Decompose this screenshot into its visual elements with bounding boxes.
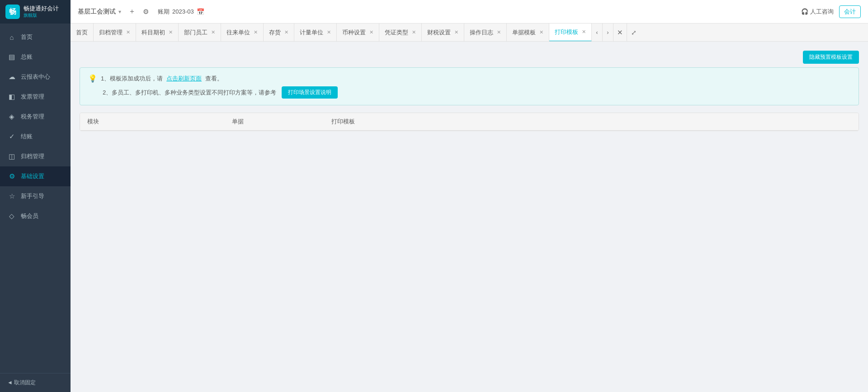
tab-subject-close[interactable]: ✕ (169, 29, 173, 35)
tab-subject[interactable]: 科目期初 ✕ (136, 24, 179, 42)
sidebar: 畅 畅捷通好会计 旗舰版 ⌂ 首页 ▤ 总账 ☁ 云报表中心 ◧ 发票管理 ◈ … (0, 0, 71, 392)
tab-oplog-close[interactable]: ✕ (497, 29, 501, 35)
tab-voucher-label: 凭证类型 (385, 28, 408, 37)
invoice-icon: ◧ (7, 92, 16, 101)
sidebar-label-home: 首页 (21, 33, 33, 41)
tab-voucher-close[interactable]: ✕ (412, 29, 416, 35)
sidebar-item-report[interactable]: ☁ 云报表中心 (0, 67, 71, 87)
tab-currency[interactable]: 币种设置 ✕ (337, 24, 379, 42)
tab-prev-button[interactable]: ‹ (592, 24, 603, 42)
tab-archive-close[interactable]: ✕ (126, 29, 130, 35)
tab-supplier[interactable]: 往来单位 ✕ (221, 24, 264, 42)
tab-inventory-close[interactable]: ✕ (284, 29, 288, 35)
topbar-right: 🎧 人工咨询 会计 (801, 5, 861, 18)
sidebar-item-home[interactable]: ⌂ 首页 (0, 27, 71, 47)
tab-supplier-label: 往来单位 (226, 28, 250, 37)
tab-unit[interactable]: 计量单位 ✕ (294, 24, 337, 42)
cancel-fixed-label: ◄ 取消固定 (7, 379, 36, 387)
tab-printtemplate-close[interactable]: ✕ (582, 29, 586, 35)
tab-printtemplate-label: 打印模板 (555, 28, 578, 36)
service-label: 人工咨询 (810, 8, 834, 16)
tab-currency-label: 币种设置 (342, 28, 366, 37)
tab-unit-close[interactable]: ✕ (327, 29, 331, 35)
service-button[interactable]: 🎧 人工咨询 (801, 8, 834, 16)
period-label: 账期 (158, 8, 170, 16)
tab-singledoc-close[interactable]: ✕ (539, 29, 543, 35)
kuaiji-label: 会计 (844, 8, 856, 15)
topbar: 基层工会测试 ▾ ＋ ⚙ 账期 2023-03 📅 🎧 人工咨询 会计 (71, 0, 868, 24)
tab-home[interactable]: 首页 (71, 24, 94, 42)
guide-icon: ☆ (7, 192, 16, 201)
settings-gear-icon[interactable]: ⚙ (141, 6, 151, 18)
tab-subject-label: 科目期初 (142, 28, 165, 37)
sidebar-label-report: 云报表中心 (21, 73, 50, 81)
headphone-icon: 🎧 (801, 8, 808, 15)
tab-dept[interactable]: 部门员工 ✕ (179, 24, 221, 42)
ledger-icon: ▤ (7, 52, 16, 61)
sidebar-label-member: 畅会员 (21, 212, 38, 220)
company-selector[interactable]: 基层工会测试 ▾ (78, 8, 121, 16)
sidebar-label-invoice: 发票管理 (21, 93, 44, 101)
tab-archive[interactable]: 归档管理 ✕ (94, 24, 136, 42)
tab-oplog[interactable]: 操作日志 ✕ (464, 24, 507, 42)
period-display: 账期 2023-03 📅 (158, 8, 204, 16)
tab-singledoc[interactable]: 单据模板 ✕ (507, 24, 549, 42)
sidebar-label-checkout: 结账 (21, 132, 33, 141)
logo-title: 畅捷通好会计 (24, 5, 59, 13)
tab-unit-label: 计量单位 (300, 28, 323, 37)
sidebar-item-archive[interactable]: ◫ 归档管理 (0, 146, 71, 166)
sidebar-item-member[interactable]: ◇ 畅会员 (0, 206, 71, 226)
sidebar-nav: ⌂ 首页 ▤ 总账 ☁ 云报表中心 ◧ 发票管理 ◈ 税务管理 ✓ 结账 ◫ 归… (0, 24, 71, 373)
info-row-1: 💡 1、模板添加成功后，请 点击刷新页面 查看。 (88, 74, 850, 83)
info-box: 💡 1、模板添加成功后，请 点击刷新页面 查看。 2、多员工、多打印机、多种业务… (80, 67, 859, 105)
sidebar-item-guide[interactable]: ☆ 新手引导 (0, 186, 71, 206)
add-tab-button[interactable]: ＋ (127, 5, 137, 18)
tab-inventory[interactable]: 存货 ✕ (264, 24, 294, 42)
tab-taxsetting[interactable]: 财税设置 ✕ (422, 24, 464, 42)
logo-subtitle: 旗舰版 (24, 12, 59, 19)
tab-taxsetting-label: 财税设置 (427, 28, 451, 37)
sidebar-item-tax[interactable]: ◈ 税务管理 (0, 107, 71, 127)
tab-voucher[interactable]: 凭证类型 ✕ (379, 24, 422, 42)
tab-home-label: 首页 (76, 28, 88, 37)
tax-icon: ◈ (7, 112, 16, 121)
tab-oplog-label: 操作日志 (470, 28, 493, 37)
tab-currency-close[interactable]: ✕ (369, 29, 373, 35)
sidebar-item-ledger[interactable]: ▤ 总账 (0, 47, 71, 67)
sidebar-item-invoice[interactable]: ◧ 发票管理 (0, 87, 71, 107)
member-icon: ◇ (7, 212, 16, 221)
hide-preview-button[interactable]: 隐藏预置模板设置 (803, 51, 859, 64)
info-line1-suffix: 查看。 (205, 75, 223, 83)
tab-archive-label: 归档管理 (99, 28, 123, 37)
tabbar: 首页 归档管理 ✕ 科目期初 ✕ 部门员工 ✕ 往来单位 ✕ 存货 ✕ 计量单位… (71, 24, 868, 42)
content-header: 隐藏预置模板设置 (80, 51, 859, 64)
sidebar-item-checkout[interactable]: ✓ 结账 (0, 127, 71, 146)
tab-taxsetting-close[interactable]: ✕ (454, 29, 458, 35)
kuaiji-button[interactable]: 会计 (839, 5, 861, 18)
tab-close-all-button[interactable]: ✕ (613, 24, 627, 42)
info-line1-prefix: 1、模板添加成功后，请 (101, 75, 163, 83)
tab-printtemplate[interactable]: 打印模板 ✕ (549, 24, 592, 42)
print-scene-button[interactable]: 打印场景设置说明 (282, 86, 338, 99)
sidebar-logo: 畅 畅捷通好会计 旗舰版 (0, 0, 71, 24)
tab-dept-label: 部门员工 (184, 28, 208, 37)
tab-dept-close[interactable]: ✕ (211, 29, 215, 35)
tab-next-button[interactable]: › (603, 24, 613, 42)
info-refresh-link[interactable]: 点击刷新页面 (166, 75, 202, 83)
home-icon: ⌂ (7, 33, 16, 42)
bulb-icon: 💡 (88, 74, 97, 83)
calendar-icon[interactable]: 📅 (197, 8, 204, 15)
info-line2-prefix: 2、多员工、多打印机、多种业务类型设置不同打印方案等，请参考 (103, 89, 276, 97)
main-area: 基层工会测试 ▾ ＋ ⚙ 账期 2023-03 📅 🎧 人工咨询 会计 首页 归… (71, 0, 868, 392)
tab-supplier-close[interactable]: ✕ (254, 29, 258, 35)
info-row-2: 2、多员工、多打印机、多种业务类型设置不同打印方案等，请参考 打印场景设置说明 (88, 86, 850, 99)
sidebar-item-basic[interactable]: ⚙ 基础设置 (0, 166, 71, 186)
content-area: 隐藏预置模板设置 💡 1、模板添加成功后，请 点击刷新页面 查看。 2、多员工、… (71, 42, 868, 392)
period-value: 2023-03 (172, 8, 194, 15)
th-module: 模块 (80, 113, 225, 130)
table-header: 模块 单据 打印模板 (80, 113, 859, 131)
cancel-fixed-button[interactable]: ◄ 取消固定 (0, 373, 71, 392)
sidebar-label-archive: 归档管理 (21, 152, 44, 161)
archive-icon: ◫ (7, 152, 16, 161)
tab-expand-button[interactable]: ⤢ (627, 24, 641, 42)
